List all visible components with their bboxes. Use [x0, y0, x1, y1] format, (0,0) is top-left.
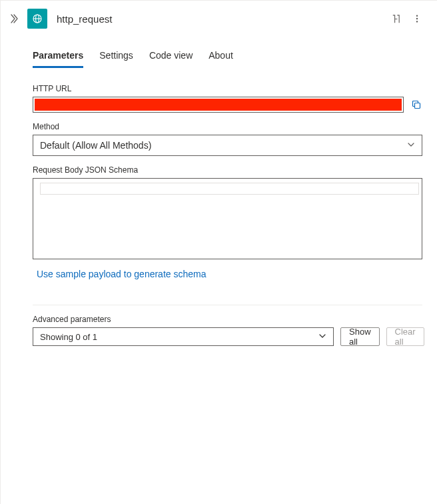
method-select-value: Default (Allow All Methods) [40, 140, 151, 151]
more-icon[interactable] [410, 12, 424, 25]
section-divider [33, 305, 422, 305]
tab-settings[interactable]: Settings [99, 50, 133, 68]
advanced-params-value: Showing 0 of 1 [40, 332, 97, 342]
chevron-down-icon [318, 332, 326, 342]
clear-all-button: Clear all [386, 327, 424, 346]
svg-rect-5 [415, 103, 420, 109]
http-url-input[interactable] [33, 97, 404, 113]
tab-about[interactable]: About [209, 50, 233, 68]
panel-title: http_request [53, 13, 112, 25]
http-url-label: HTTP URL [33, 84, 422, 93]
chevron-down-icon [407, 140, 415, 151]
tab-parameters[interactable]: Parameters [33, 50, 83, 68]
schema-textarea[interactable] [33, 178, 422, 259]
svg-point-3 [416, 18, 418, 19]
advanced-params-select[interactable]: Showing 0 of 1 [33, 327, 334, 346]
http-connector-icon [27, 9, 47, 29]
svg-point-4 [416, 21, 418, 22]
schema-label: Request Body JSON Schema [33, 165, 422, 175]
panel-header: http_request [1, 1, 426, 37]
tab-codeview[interactable]: Code view [149, 50, 193, 68]
copy-url-icon[interactable] [410, 99, 422, 111]
schema-input-line[interactable] [40, 183, 419, 195]
method-label: Method [33, 122, 422, 131]
svg-point-2 [416, 15, 418, 16]
tab-bar: Parameters Settings Code view About [1, 37, 426, 68]
pin-icon[interactable] [389, 12, 402, 25]
show-all-button[interactable]: Show all [340, 327, 380, 346]
collapse-chevron-icon[interactable] [6, 11, 22, 27]
use-sample-payload-link[interactable]: Use sample payload to generate schema [37, 269, 206, 279]
method-select[interactable]: Default (Allow All Methods) [33, 135, 422, 156]
http-url-redacted [35, 99, 402, 111]
advanced-params-label: Advanced parameters [33, 315, 422, 324]
